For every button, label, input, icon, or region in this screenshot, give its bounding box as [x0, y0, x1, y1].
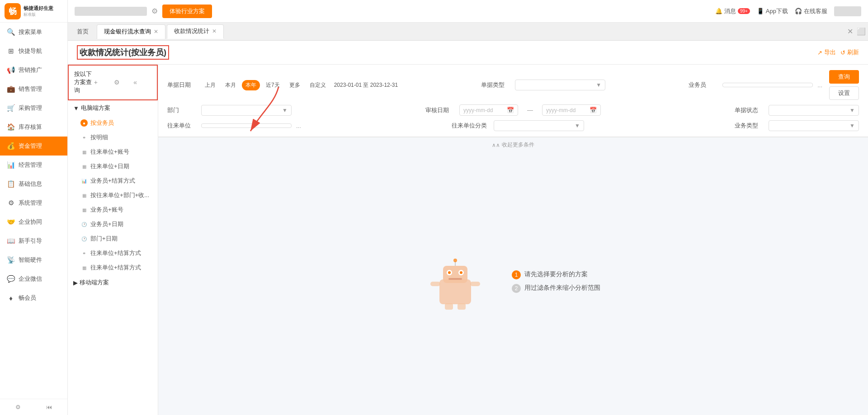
filter-settings-button[interactable]: 设置	[829, 86, 859, 100]
svg-point-8	[453, 259, 457, 262]
review-date-to[interactable]: yyyy-mm-dd 📅	[542, 104, 601, 116]
marketing-icon: 📢	[7, 66, 15, 74]
biz-type-select[interactable]: ▼	[769, 120, 859, 131]
header-gear-icon[interactable]: ⚙	[151, 7, 158, 15]
sidebar-item-purchase[interactable]: 🛒 采购管理	[0, 99, 67, 118]
tab-receipt-stats[interactable]: 收款情况统计 ✕	[167, 24, 224, 39]
sidebar-item-inventory[interactable]: 🏠 库存核算	[0, 118, 67, 137]
collapse-more-btn[interactable]: ∧∧ 收起更多条件	[158, 137, 868, 152]
member-icon: ♦	[7, 294, 15, 302]
sidebar-item-hardware[interactable]: 📡 智能硬件	[0, 250, 67, 269]
user-name-area[interactable]	[834, 6, 861, 16]
sidebar-settings-btn[interactable]: ⚙	[5, 404, 32, 410]
partner-more-icon[interactable]: ...	[296, 123, 301, 129]
sidebar-item-system[interactable]: ⚙ 系统管理	[0, 193, 67, 212]
hardware-icon: 📡	[7, 256, 15, 264]
sidebar-item-marketing[interactable]: 📢 营销推广	[0, 61, 67, 80]
salesman-control-wrapper: ...	[722, 82, 822, 89]
sidebar-item-member[interactable]: ♦ 畅会员	[0, 288, 67, 307]
sidebar-item-search[interactable]: 🔍 搜索菜单	[0, 23, 67, 42]
sidebar-item-guide[interactable]: 📖 新手引导	[0, 231, 67, 250]
scheme-icon-salesman-account: ▦	[80, 206, 88, 213]
scheme-item-salesman-date[interactable]: 🕐 业务员+日期	[68, 217, 158, 231]
scheme-item-partner-settlement1[interactable]: ⚭ 往来单位+结算方式	[68, 246, 158, 260]
sidebar-item-operation[interactable]: 📊 经营管理	[0, 156, 67, 174]
scheme-item-salesman-settlement[interactable]: 📊 业务员+结算方式	[68, 174, 158, 188]
sidebar-item-quick-nav[interactable]: ⊞ 快捷导航	[0, 42, 67, 61]
dept-label: 部门	[167, 106, 194, 114]
salesman-select[interactable]	[722, 83, 813, 87]
online-service-button[interactable]: 🎧 在线客服	[795, 7, 827, 15]
messages-button[interactable]: 🔔 消息 99+	[715, 7, 750, 15]
tab-home[interactable]: 首页	[70, 24, 95, 39]
tab-bank-flow[interactable]: 现金银行流水查询 ✕	[97, 24, 165, 39]
date-tab-7days[interactable]: 近7天	[262, 80, 283, 90]
tab-receipt-stats-close[interactable]: ✕	[212, 28, 217, 34]
review-date-from[interactable]: yyyy-mm-dd 📅	[459, 104, 518, 116]
scheme-group-mobile-title[interactable]: ▶ 移动端方案	[68, 275, 158, 290]
voucher-type-select[interactable]: ▼	[515, 80, 605, 90]
dept-select[interactable]: ▼	[201, 105, 292, 116]
svg-rect-9	[430, 282, 440, 286]
partner-category-select[interactable]: ▼	[494, 120, 584, 131]
salesman-more-icon[interactable]: ...	[817, 82, 822, 89]
scheme-item-partner-date[interactable]: ▦ 往来单位+日期	[68, 159, 158, 174]
window-close-icon[interactable]: ✕	[847, 27, 853, 36]
sidebar-item-corp[interactable]: 🤝 企业协同	[0, 212, 67, 231]
header-actions: 🔔 消息 99+ 📱 App下载 🎧 在线客服	[715, 6, 861, 16]
scheme-item-salesman-account[interactable]: ▦ 业务员+账号	[68, 203, 158, 217]
app-download-button[interactable]: 📱 App下载	[757, 7, 788, 15]
purchase-icon: 🛒	[7, 104, 15, 112]
scheme-group-pc-title[interactable]: ▼ 电脑端方案	[68, 100, 158, 116]
search-icon: 🔍	[7, 28, 15, 36]
group-expand-icon: ▶	[73, 279, 78, 286]
scheme-item-by-salesman[interactable]: ● 按业务员	[68, 116, 158, 130]
sidebar-item-finance[interactable]: 💰 资金管理	[0, 137, 67, 156]
scheme-item-partner-dept[interactable]: ▦ 按往来单位+部门+收...	[68, 188, 158, 203]
page-title: 收款情况统计(按业务员)	[77, 45, 169, 60]
scheme-item-dept-date[interactable]: 🕐 部门+日期	[68, 231, 158, 246]
tab-bank-flow-close[interactable]: ✕	[154, 28, 158, 35]
scheme-item-partner-settlement2[interactable]: ▦ 往来单位+结算方式	[68, 260, 158, 275]
export-button[interactable]: ↗ 导出	[817, 48, 836, 57]
collapse-panel-icon[interactable]: «	[133, 79, 151, 86]
scheme-settings-icon[interactable]: ⚙	[114, 79, 132, 86]
svg-rect-6	[448, 278, 462, 280]
sidebar-item-basic[interactable]: 📋 基础信息	[0, 174, 67, 193]
scheme-icon-salesman-settlement: 📊	[80, 177, 88, 184]
date-tab-custom[interactable]: 自定义	[306, 80, 330, 90]
date-tab-more[interactable]: 更多	[286, 80, 304, 90]
sidebar-collapse-btn[interactable]: ⏮	[36, 404, 63, 410]
sidebar-item-wechat[interactable]: 💬 企业微信	[0, 269, 67, 288]
trial-button[interactable]: 体验行业方案	[162, 5, 212, 18]
content-area: 按以下方案查询 + ⚙ « ▼ 电脑端方案 ● 按业务员 ⚭	[68, 65, 868, 415]
scheme-item-partner-account[interactable]: ▦ 往来单位+账号	[68, 145, 158, 159]
empty-hint-2: 2 用过滤条件来缩小分析范围	[512, 284, 600, 293]
voucher-status-select[interactable]: ▼	[769, 105, 859, 116]
date-range-display: 2023-01-01 至 2023-12-31	[334, 81, 398, 89]
scheme-group-pc: ▼ 电脑端方案 ● 按业务员 ⚭ 按明细 ▦ 往来单位+账号 ▦	[68, 100, 158, 275]
query-button[interactable]: 查询	[829, 70, 859, 84]
add-scheme-icon[interactable]: +	[94, 79, 112, 86]
wechat-icon: 💬	[7, 275, 15, 283]
svg-rect-0	[439, 279, 471, 304]
refresh-button[interactable]: ↺ 刷新	[840, 48, 859, 57]
group-collapse-icon: ▼	[73, 105, 79, 112]
left-panel: 按以下方案查询 + ⚙ « ▼ 电脑端方案 ● 按业务员 ⚭	[68, 65, 158, 415]
corp-icon: 🤝	[7, 218, 15, 226]
scheme-icon-salesman: ●	[80, 119, 88, 127]
calendar-from-icon: 📅	[507, 107, 514, 113]
voucher-status-label: 单据状态	[735, 106, 762, 114]
sales-icon: 💼	[7, 85, 15, 93]
scheme-icon-partner-account: ▦	[80, 148, 88, 156]
scheme-item-detail[interactable]: ⚭ 按明细	[68, 130, 158, 145]
refresh-icon: ↺	[840, 49, 845, 56]
window-maximize-icon[interactable]: ⬜	[857, 27, 866, 36]
empty-robot-illustration	[426, 255, 485, 313]
date-tab-this-month[interactable]: 本月	[222, 80, 240, 90]
finance-icon: 💰	[7, 142, 15, 150]
sidebar-item-sales[interactable]: 💼 销售管理	[0, 80, 67, 99]
date-tab-last-month[interactable]: 上月	[201, 80, 219, 90]
date-tab-this-year[interactable]: 本年	[242, 80, 260, 90]
partner-select[interactable]	[201, 123, 292, 128]
